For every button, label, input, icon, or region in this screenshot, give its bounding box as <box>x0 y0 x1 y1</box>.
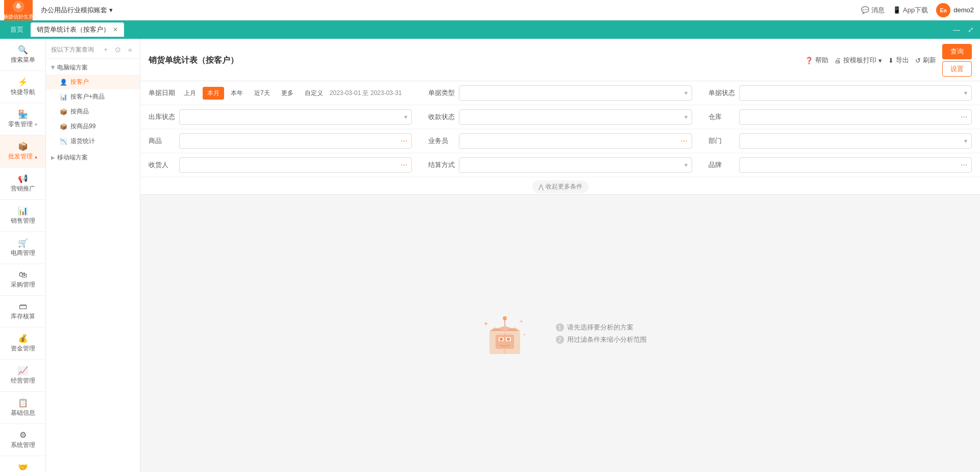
refresh-button[interactable]: ↺ 刷新 <box>915 56 936 65</box>
consignee-input[interactable]: ··· <box>179 157 412 173</box>
shortcut-more[interactable]: 更多 <box>277 87 298 100</box>
desktop-group-arrow-icon: ▶ <box>51 66 56 70</box>
settlement-select[interactable]: ▾ <box>459 157 692 173</box>
message-label: 消息 <box>871 6 885 15</box>
doc-type-select[interactable]: ▾ <box>459 85 692 101</box>
sidebar-item-finance[interactable]: 💰 资金管理 <box>0 327 45 360</box>
hint-num-1: 1 <box>556 323 564 332</box>
brand-input[interactable]: ··· <box>739 157 972 173</box>
tab-maximize-button[interactable]: ⤢ <box>966 25 976 35</box>
refresh-icon: ↺ <box>915 57 921 64</box>
out-status-select[interactable]: ▾ <box>179 109 412 125</box>
basic-icon: 📋 <box>2 398 43 408</box>
sidebar-item-marketing[interactable]: 📢 营销推广 <box>0 168 45 200</box>
workspace-dropdown-icon: ▾ <box>109 6 113 14</box>
scheme-item-by-product[interactable]: 📦 按商品 <box>46 104 140 119</box>
sidebar-item-collab[interactable]: 🤝 企业协同 <box>0 456 45 472</box>
tab-close-icon[interactable]: ✕ <box>113 27 118 33</box>
sidebar-item-retail[interactable]: 🏪 零售管理 ▾ <box>0 103 45 135</box>
scheme-group-desktop: ▶ 电脑端方案 👤 按客户 📊 按客户+商品 📦 按商品 📦 按商品 <box>46 61 140 149</box>
inventory-icon: 🗃 <box>2 302 43 311</box>
scheme-item-by-customer-product[interactable]: 📊 按客户+商品 <box>46 89 140 104</box>
shortcut-this-month[interactable]: 本月 <box>203 87 224 100</box>
svg-rect-4 <box>496 335 514 349</box>
scheme-group-desktop-header[interactable]: ▶ 电脑端方案 <box>46 61 140 75</box>
settings-button[interactable]: 设置 <box>942 61 972 77</box>
settlement-dropdown-icon: ▾ <box>684 161 688 169</box>
shortcut-custom[interactable]: 自定义 <box>300 87 328 100</box>
product-input-wrapper: ··· <box>179 133 412 149</box>
scheme-add-button[interactable]: ＋ <box>101 45 110 54</box>
message-icon: 💬 <box>861 6 869 14</box>
by-customer-label: 按客户 <box>70 78 89 86</box>
export-button[interactable]: ⬇ 导出 <box>888 56 909 65</box>
warehouse-input[interactable]: ··· <box>739 109 972 125</box>
by-customer-product-label: 按客户+商品 <box>70 92 105 101</box>
operations-icon: 📈 <box>2 366 43 375</box>
sidebar-label-retail: 零售管理 <box>8 121 33 128</box>
workspace-selector[interactable]: 办公用品行业模拟账套 ▾ <box>37 4 117 17</box>
salesperson-dots-icon[interactable]: ··· <box>680 136 687 146</box>
workspace-name: 办公用品行业模拟账套 <box>41 6 107 15</box>
by-product-label: 按商品 <box>70 107 89 116</box>
query-button[interactable]: 查询 <box>942 44 972 59</box>
template-print-button[interactable]: 🖨 按模板打印 ▾ <box>835 56 882 65</box>
ecommerce-icon: 🛒 <box>2 238 43 248</box>
refresh-label: 刷新 <box>923 56 936 65</box>
doc-type-label: 单据类型 <box>428 88 455 98</box>
shortcut-prev-month[interactable]: 上月 <box>179 87 201 100</box>
sidebar-item-quick-nav[interactable]: ⚡ 快捷导航 <box>0 71 45 103</box>
sidebar-item-ecommerce[interactable]: 🛒 电商管理 <box>0 232 45 264</box>
tab-home[interactable]: 首页 <box>4 22 30 37</box>
sidebar-item-basic[interactable]: 📋 基础信息 <box>0 392 45 424</box>
scheme-item-by-product-99[interactable]: 📦 按商品99 <box>46 119 140 134</box>
help-button[interactable]: ❓ 帮助 <box>805 56 828 65</box>
print-icon: 🖨 <box>835 57 841 64</box>
payment-status-select[interactable]: ▾ <box>459 109 692 125</box>
brand-dots-icon[interactable]: ··· <box>961 160 967 170</box>
sidebar-item-wholesale[interactable]: 📦 批发管理 ▴ <box>0 135 45 168</box>
product-input[interactable]: ··· <box>179 133 412 149</box>
shortcut-last-7[interactable]: 近7天 <box>250 87 275 100</box>
by-customer-product-icon: 📊 <box>59 93 67 101</box>
by-product-icon: 📦 <box>59 108 67 116</box>
warehouse-dots-icon[interactable]: ··· <box>961 112 967 122</box>
sidebar-item-operations[interactable]: 📈 经营管理 <box>0 360 45 392</box>
sidebar-item-system[interactable]: ⚙ 系统管理 <box>0 424 45 456</box>
collapse-button[interactable]: ⋀ 收起更多条件 <box>532 180 589 193</box>
filter-cell-consignee: 收货人 ··· <box>140 153 420 177</box>
sidebar-label-system: 系统管理 <box>11 441 35 449</box>
user-profile[interactable]: Ea demo2 <box>936 3 974 17</box>
scheme-item-by-customer[interactable]: 👤 按客户 <box>46 75 140 89</box>
filter-cell-product: 商品 ··· <box>140 129 420 153</box>
department-select[interactable]: ▾ <box>739 133 972 149</box>
scheme-settings-button[interactable]: ⊙ <box>113 45 122 54</box>
collapse-label: 收起更多条件 <box>546 182 582 191</box>
sidebar-item-inventory[interactable]: 🗃 库存核算 <box>0 296 45 327</box>
scheme-group-mobile-header[interactable]: ▶ 移动端方案 <box>46 151 140 164</box>
sidebar-label-inventory: 库存核算 <box>11 313 35 320</box>
sidebar-item-purchase[interactable]: 🛍 采购管理 <box>0 264 45 296</box>
app-download-button[interactable]: 📱 App下载 <box>893 6 928 15</box>
scheme-item-return-stats[interactable]: 📉 退货统计 <box>46 134 140 149</box>
product-dots-icon[interactable]: ··· <box>401 136 407 146</box>
shortcut-this-year[interactable]: 本年 <box>226 87 248 100</box>
tab-sales-stats[interactable]: 销货单统计表（按客户） ✕ <box>31 22 124 37</box>
tab-minimize-button[interactable]: — <box>951 25 962 35</box>
return-stats-label: 退货统计 <box>70 137 95 146</box>
desktop-group-label: 电脑端方案 <box>57 63 88 72</box>
salesperson-input[interactable]: ··· <box>459 133 692 149</box>
empty-illustration: ✦ ✦ ✦ <box>474 303 535 364</box>
sidebar-label-wholesale: 批发管理 <box>8 153 33 160</box>
filter-cell-warehouse: 仓库 ··· <box>700 105 980 129</box>
sidebar-item-search-menu[interactable]: 🔍 搜索菜单 <box>0 39 45 71</box>
app-download-label: App下载 <box>903 6 928 15</box>
sidebar-item-sales[interactable]: 📊 销售管理 <box>0 200 45 232</box>
department-input-wrapper: ▾ <box>739 133 972 149</box>
template-print-label: 按模板打印 <box>843 56 876 65</box>
scheme-panel-actions: ＋ ⊙ « <box>101 45 135 54</box>
doc-status-select[interactable]: ▾ <box>739 85 972 101</box>
scheme-collapse-button[interactable]: « <box>126 45 135 54</box>
message-button[interactable]: 💬 消息 <box>861 6 885 15</box>
consignee-dots-icon[interactable]: ··· <box>401 160 407 170</box>
